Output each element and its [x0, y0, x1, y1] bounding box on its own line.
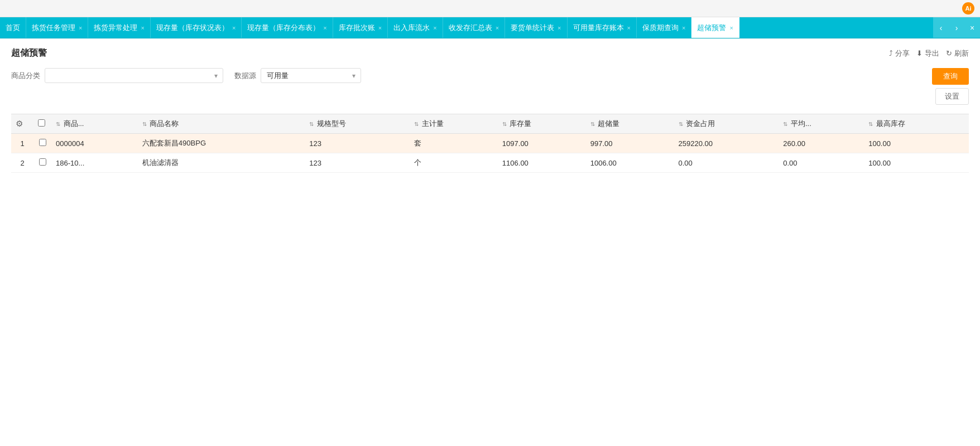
page-header: 超储预警 ⤴ 分享 ⬇ 导出 ↻ 刷新 — [11, 47, 969, 59]
tab-order-stats-label: 要货单统计表 — [511, 23, 554, 33]
tab-order-stats-close[interactable]: × — [558, 25, 561, 31]
share-button[interactable]: ⤴ 分享 — [889, 49, 910, 59]
category-select[interactable] — [45, 68, 223, 83]
sort-icon-avg: ⇅ — [783, 121, 787, 127]
col-header-unit[interactable]: ⇅ 主计量 — [410, 114, 498, 134]
row-checkbox-2[interactable] — [33, 153, 51, 173]
col-label-max-inventory: 最高库存 — [876, 119, 905, 128]
gear-settings-button[interactable]: ⚙ — [16, 119, 23, 129]
tab-quality-check[interactable]: 保质期查询 × — [637, 17, 691, 38]
share-icon: ⤴ — [889, 49, 893, 57]
tab-abnormal-proc-close[interactable]: × — [141, 25, 144, 31]
row-1-checkbox[interactable] — [39, 139, 46, 146]
row-1-spec: 123 — [305, 134, 410, 153]
tab-inventory-dist-close[interactable]: × — [323, 25, 326, 31]
datasource-select[interactable]: 可用量 — [261, 68, 361, 83]
col-label-spec: 规格型号 — [317, 119, 346, 128]
sort-icon-product-code: ⇅ — [56, 121, 60, 127]
datasource-filter-label: 数据源 — [234, 71, 256, 81]
nav-arrows: ‹ › × — [933, 17, 980, 38]
share-label: 分享 — [895, 49, 910, 59]
row-2-capital-occ: 0.00 — [674, 153, 779, 173]
tab-inventory-status[interactable]: 现存量（库存状况表） × — [151, 17, 242, 38]
tab-batch-account-close[interactable]: × — [378, 25, 382, 31]
tab-avail-account-close[interactable]: × — [627, 25, 631, 31]
refresh-icon: ↻ — [946, 49, 952, 57]
settings-button[interactable]: 设置 — [935, 88, 969, 105]
col-header-checkbox[interactable] — [33, 114, 51, 134]
row-2-inventory: 1106.00 — [498, 153, 586, 173]
export-label: 导出 — [925, 49, 939, 59]
tab-task-mgmt-close[interactable]: × — [79, 25, 82, 31]
tab-inventory-dist[interactable]: 现存量（库存分布表） × — [242, 17, 333, 38]
row-2-spec: 123 — [305, 153, 410, 173]
col-header-avg[interactable]: ⇅ 平均... — [779, 114, 864, 134]
export-button[interactable]: ⬇ 导出 — [916, 49, 939, 59]
tab-batch-account-label: 库存批次账 — [339, 23, 375, 33]
row-num-1: 1 — [11, 134, 33, 153]
col-header-max-inventory[interactable]: ⇅ 最高库存 — [864, 114, 969, 134]
tab-receive-send-close[interactable]: × — [496, 25, 499, 31]
filter-buttons: 查询 设置 — [932, 68, 969, 105]
row-1-avg: 260.00 — [779, 134, 864, 153]
tab-abnormal-proc[interactable]: 拣货异常处理 × — [88, 17, 150, 38]
sort-icon-capital-occ: ⇅ — [679, 121, 683, 127]
avatar: Ai — [962, 2, 974, 14]
datasource-filter: 数据源 可用量 — [234, 68, 361, 83]
col-label-avg: 平均... — [791, 119, 811, 128]
col-header-inventory[interactable]: ⇅ 库存量 — [498, 114, 586, 134]
col-header-gear[interactable]: ⚙ — [11, 114, 33, 134]
row-2-avg: 0.00 — [779, 153, 864, 173]
tab-order-stats[interactable]: 要货单统计表 × — [505, 17, 567, 38]
row-1-unit: 套 — [410, 134, 498, 153]
table-body: 1 0000004 六配套新昌490BPG 123 套 1097.00 997.… — [11, 134, 969, 173]
topbar: Ai — [0, 0, 980, 17]
nav-more-button[interactable]: × — [964, 17, 980, 38]
row-2-product-code: 186-10... — [51, 153, 138, 173]
col-label-overstock: 超储量 — [598, 119, 619, 128]
sort-icon-inventory: ⇅ — [502, 121, 507, 127]
tab-avail-account[interactable]: 可用量库存账本 × — [568, 17, 637, 38]
header-actions: ⤴ 分享 ⬇ 导出 ↻ 刷新 — [889, 49, 969, 59]
tab-batch-account[interactable]: 库存批次账 × — [333, 17, 388, 38]
col-header-spec[interactable]: ⇅ 规格型号 — [305, 114, 410, 134]
tab-in-out-flow[interactable]: 出入库流水 × — [388, 17, 443, 38]
category-filter-label: 商品分类 — [11, 71, 40, 81]
tab-abnormal-proc-label: 拣货异常处理 — [94, 23, 137, 33]
row-2-checkbox[interactable] — [39, 158, 46, 166]
nav-right-button[interactable]: › — [949, 17, 964, 38]
sort-icon-unit: ⇅ — [414, 121, 419, 127]
tab-overstock-warn-close[interactable]: × — [729, 25, 733, 31]
tab-overstock-warn[interactable]: 超储预警 × — [691, 17, 739, 38]
sort-icon-product-name: ⇅ — [142, 121, 147, 127]
tab-quality-check-close[interactable]: × — [682, 25, 685, 31]
data-table: ⚙ ⇅ 商品... ⇅ 商品名称 ⇅ 规格型号 ⇅ — [11, 114, 969, 173]
tab-task-mgmt-label: 拣货任务管理 — [32, 23, 75, 33]
tab-inventory-dist-label: 现存量（库存分布表） — [247, 23, 320, 33]
table-row: 1 0000004 六配套新昌490BPG 123 套 1097.00 997.… — [11, 134, 969, 153]
select-all-checkbox[interactable] — [38, 119, 45, 127]
tab-avail-account-label: 可用量库存账本 — [573, 23, 624, 33]
col-header-overstock[interactable]: ⇅ 超储量 — [586, 114, 674, 134]
col-label-unit: 主计量 — [422, 119, 444, 128]
tab-home[interactable]: 首页 — [0, 17, 26, 38]
row-2-overstock: 1006.00 — [586, 153, 674, 173]
tab-task-mgmt[interactable]: 拣货任务管理 × — [26, 17, 88, 38]
filter-area: 商品分类 数据源 可用量 查询 设置 — [11, 68, 969, 105]
col-header-capital-occ[interactable]: ⇅ 资金占用 — [674, 114, 779, 134]
col-label-product-code: 商品... — [64, 119, 84, 128]
nav-left-button[interactable]: ‹ — [933, 17, 949, 38]
row-checkbox-1[interactable] — [33, 134, 51, 153]
col-header-product-code[interactable]: ⇅ 商品... — [51, 114, 138, 134]
query-button[interactable]: 查询 — [932, 68, 969, 85]
category-filter: 商品分类 — [11, 68, 223, 83]
col-label-product-name: 商品名称 — [150, 119, 179, 128]
tab-in-out-flow-close[interactable]: × — [433, 25, 436, 31]
tab-receive-send[interactable]: 收发存汇总表 × — [443, 17, 505, 38]
export-icon: ⬇ — [916, 49, 923, 57]
table-header-row: ⚙ ⇅ 商品... ⇅ 商品名称 ⇅ 规格型号 ⇅ — [11, 114, 969, 134]
row-1-max-inventory: 100.00 — [864, 134, 969, 153]
tab-inventory-status-close[interactable]: × — [232, 25, 236, 31]
col-header-product-name[interactable]: ⇅ 商品名称 — [138, 114, 305, 134]
refresh-button[interactable]: ↻ 刷新 — [946, 49, 969, 59]
